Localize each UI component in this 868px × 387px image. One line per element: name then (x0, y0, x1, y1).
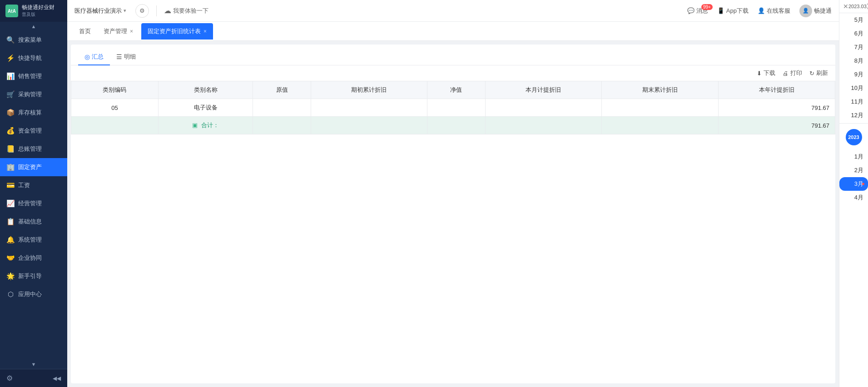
tab-asset-mgmt[interactable]: 资产管理 × (97, 23, 139, 40)
depreciation-table: 类别编码 类别名称 原值 期初累计折旧 净值 本月计提折旧 期末累计折旧 本年计… (71, 81, 835, 134)
print-button[interactable]: 🖨 打印 (783, 69, 802, 77)
tab-asset-mgmt-close[interactable]: × (130, 28, 133, 35)
sidebar-item-finance[interactable]: 💰 资金管理 (0, 122, 67, 140)
sidebar-item-cooperation[interactable]: 🤝 企业协同 (0, 249, 67, 267)
sidebar-item-inventory[interactable]: 📦 库存核算 (0, 104, 67, 122)
date-month-item[interactable]: 4月 (839, 191, 868, 204)
date-month-item[interactable]: 9月 (839, 68, 868, 81)
sidebar-collapse-icon[interactable]: ◀◀ (53, 375, 61, 382)
total-icon: ▣ (192, 122, 198, 129)
online-service-label: 在线客服 (767, 7, 790, 15)
messages-button[interactable]: 💬 消息 99+ (687, 7, 708, 15)
summary-icon: ◎ (84, 53, 90, 60)
header-settings-button[interactable]: ⚙ (135, 4, 149, 18)
download-btn-label: 下载 (764, 69, 775, 77)
inventory-icon: 📦 (6, 109, 15, 117)
finance-icon: 💰 (6, 127, 15, 135)
tab-depreciation-label: 固定资产折旧统计表 (148, 27, 201, 35)
sidebar-item-label-ledger: 总账管理 (18, 145, 42, 153)
scroll-down-arrow[interactable]: ▼ (0, 360, 67, 369)
col-period-end-dep: 期末累计折旧 (602, 81, 719, 99)
date-panel-header: ✕ 2023.03 ⛶ (839, 0, 868, 13)
sidebar-item-label-app-center: 应用中心 (18, 290, 42, 298)
total-annual-dep: 791.67 (719, 117, 835, 134)
total-label: ▣ 合计： (158, 117, 253, 134)
sidebar-item-system[interactable]: 🔔 系统管理 (0, 231, 67, 249)
date-month-item[interactable]: 10月 (839, 81, 868, 95)
year-2023-badge[interactable]: 2023 (846, 129, 862, 145)
sidebar-item-purchase[interactable]: 🛒 采购管理 (0, 85, 67, 104)
download-button[interactable]: ⬇ 下载 (757, 69, 775, 77)
user-profile[interactable]: 👤 畅捷通 (799, 5, 832, 17)
message-icon: 💬 (687, 7, 694, 14)
tab-depreciation[interactable]: 固定资产折旧统计表 × (141, 23, 213, 40)
tab-home[interactable]: 首页 (74, 25, 95, 38)
date-month-item[interactable]: 5月 (839, 13, 868, 27)
sidebar-item-app-center[interactable]: ⬡ 应用中心 (0, 285, 67, 303)
online-service-button[interactable]: 👤 在线客服 (758, 7, 790, 15)
col-initial-dep: 期初累计折旧 (311, 81, 427, 99)
app-download-button[interactable]: 📱 App下载 (717, 7, 749, 15)
tab-depreciation-close[interactable]: × (203, 28, 207, 35)
col-monthly-dep: 本月计提折旧 (485, 81, 602, 99)
avatar: 👤 (799, 5, 812, 17)
row-net (427, 99, 485, 117)
sidebar: AtA 畅捷通好业财 普及版 ▲ 🔍 搜索菜单 ⚡ 快捷导航 📊 销售管理 🛒 … (0, 0, 67, 387)
row-annual-dep: 791.67 (719, 99, 835, 117)
cloud-icon: ☁ (164, 6, 171, 15)
sidebar-item-label-search: 搜索菜单 (18, 36, 42, 44)
sidebar-item-operations[interactable]: 📈 经营管理 (0, 194, 67, 213)
row-initial-dep (311, 99, 427, 117)
company-name: 医疗器械行业演示 (74, 7, 122, 15)
download-icon: 📱 (717, 7, 724, 14)
table-wrapper: 类别编码 类别名称 原值 期初累计折旧 净值 本月计提折旧 期末累计折旧 本年计… (71, 81, 835, 383)
sub-tab-summary[interactable]: ◎ 汇总 (78, 49, 110, 65)
print-btn-label: 打印 (790, 69, 802, 77)
sidebar-item-search[interactable]: 🔍 搜索菜单 (0, 31, 67, 49)
company-selector[interactable]: 医疗器械行业演示 ▾ (74, 7, 126, 15)
sub-tab-detail[interactable]: ☰ 明细 (110, 49, 142, 65)
logo-text: 畅捷通好业财 (22, 4, 55, 11)
table-row: 05 电子设备 791.67 (71, 99, 835, 117)
sidebar-item-fixed-assets[interactable]: 🏢 固定资产 (0, 158, 67, 176)
sidebar-item-guide[interactable]: 🌟 新手引导 (0, 267, 67, 285)
date-month-item[interactable]: 2月 (839, 164, 868, 177)
logo-icon: AtA (5, 5, 18, 17)
date-divider (839, 123, 868, 124)
date-month-item[interactable]: 11月 (839, 95, 868, 109)
col-annual-dep: 本年计提折旧 (719, 81, 835, 99)
basic-info-icon: 📋 (6, 218, 15, 226)
scroll-up-arrow[interactable]: ▲ (0, 22, 67, 31)
tab-asset-mgmt-label: 资产管理 (104, 27, 127, 35)
sidebar-item-basic-info[interactable]: 📋 基础信息 (0, 213, 67, 231)
experience-button[interactable]: ☁ 我要体验一下 (164, 6, 208, 15)
date-panel-close-icon[interactable]: ✕ (843, 3, 848, 10)
download-btn-icon: ⬇ (757, 70, 762, 77)
row-period-end-dep (602, 99, 719, 117)
date-month-item[interactable]: 7月 (839, 40, 868, 54)
date-month-item[interactable]: 3月 (839, 177, 868, 191)
sidebar-item-quick-nav[interactable]: ⚡ 快捷导航 (0, 49, 67, 67)
sidebar-item-ledger[interactable]: 📒 总账管理 (0, 140, 67, 158)
date-month-item[interactable]: 12月 (839, 109, 868, 122)
date-panel-content: 5月6月7月8月9月10月11月12月 2023 1月2月3月4月 (839, 13, 868, 387)
sidebar-item-payroll[interactable]: 💳 工资 (0, 176, 67, 194)
date-month-item[interactable]: 8月 (839, 54, 868, 68)
guide-icon: 🌟 (6, 272, 15, 280)
date-month-item[interactable]: 1月 (839, 150, 868, 164)
search-icon: 🔍 (6, 36, 15, 44)
experience-label: 我要体验一下 (173, 7, 208, 15)
sidebar-item-sales[interactable]: 📊 销售管理 (0, 67, 67, 85)
sidebar-settings-icon[interactable]: ⚙ (6, 374, 13, 382)
logo-sub: 普及版 (22, 11, 55, 18)
sidebar-item-label-purchase: 采购管理 (18, 90, 42, 99)
refresh-button[interactable]: ↻ 刷新 (809, 69, 828, 77)
header-right: 💬 消息 99+ 📱 App下载 👤 在线客服 👤 畅捷通 (687, 5, 832, 17)
sales-icon: 📊 (6, 72, 15, 80)
date-month-item[interactable]: 6月 (839, 27, 868, 40)
sidebar-item-label-operations: 经营管理 (18, 199, 42, 208)
header-divider (156, 5, 157, 16)
sidebar-item-label-payroll: 工资 (18, 181, 30, 189)
operations-icon: 📈 (6, 199, 15, 208)
sub-tab-summary-label: 汇总 (92, 53, 104, 61)
